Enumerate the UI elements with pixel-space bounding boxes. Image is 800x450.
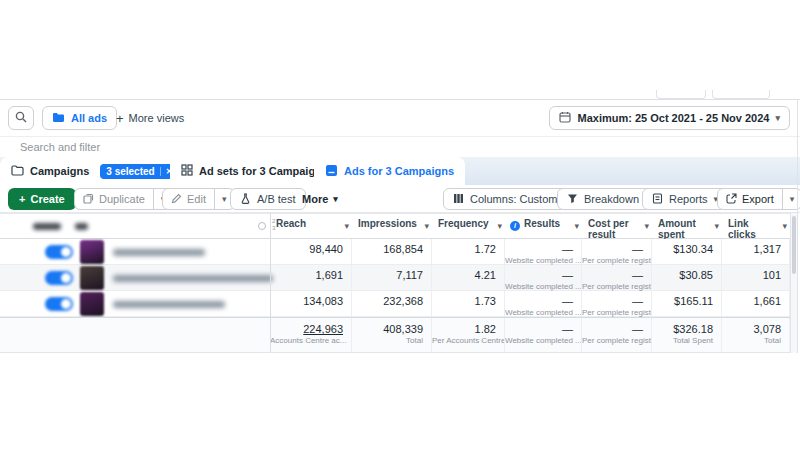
ad-sets-grid-icon [181,164,193,178]
cell-value: $165.11 [652,291,721,307]
totals-value: — [582,318,651,335]
table-row[interactable]: 1,6917,1174.21—Website completed ...—Per… [0,265,791,291]
cell-spent: $130.34 [652,239,722,264]
totals-value[interactable]: 224,963 [270,318,351,335]
search-filter-input[interactable] [20,137,520,157]
column-header-impressions[interactable]: Impressions▾ [352,214,432,240]
info-icon: i [510,221,520,231]
cutoff-ui-fragment [712,90,770,99]
ab-test-button[interactable]: A/B test [230,188,306,210]
column-header-results[interactable]: iResults▾ [505,214,582,240]
cell-value: 1,691 [270,265,351,281]
reports-document-icon [652,193,663,206]
cell-reach: 134,083 [270,291,352,316]
cell-frequency: 1.73 [432,291,505,316]
cell-sublabel: Per complete registr... [582,281,651,291]
totals-value: 1.82 [432,318,504,335]
cell-value: — [505,265,581,281]
date-range-label: Maximum: 25 Oct 2021 - 25 Nov 2024 [577,112,769,124]
column-header-clicks[interactable]: Link clicks▾ [722,214,790,240]
export-button[interactable]: Export [718,189,782,209]
table-row[interactable]: 98,440168,8541.72—Website completed ...—… [0,239,791,265]
cell-cost: —Per complete registr... [582,265,652,290]
ad-thumbnail [80,292,104,316]
chevron-down-icon: ▾ [775,114,780,123]
sort-caret-icon: ▾ [574,221,579,231]
campaigns-folder-icon [11,165,24,178]
cell-value: 7,117 [352,265,431,281]
create-button[interactable]: + Create [8,188,76,210]
cell-value: 1.72 [432,239,504,255]
chevron-down-icon: ▾ [222,195,227,204]
blurred-column-header [33,223,61,230]
cell-value: 4.21 [432,265,504,281]
ad-active-toggle[interactable] [45,245,73,259]
more-views-button[interactable]: + More views [116,106,184,130]
tab-campaigns[interactable]: Campaigns 3 selected ✕ [0,157,189,185]
ad-thumbnail [80,266,104,290]
cell-reach: 98,440 [270,239,352,264]
cell-value: — [582,265,651,281]
totals-sublabel: Total [352,335,431,345]
cell-spent: $30.85 [652,265,722,290]
actions-toolbar: + Create Duplicate ▾ Edit ▾ [0,185,800,213]
column-header-frequency[interactable]: Frequency▾ [432,214,505,240]
more-button[interactable]: More ▾ [302,188,338,210]
totals-cell-results: —Website completed ... [505,318,582,352]
sort-caret-icon: ▾ [714,221,719,231]
breakdown-label: Breakdown [584,193,639,205]
totals-cell-reach: 224,963Accounts Centre ac... [270,318,352,352]
all-ads-button[interactable]: All ads [42,106,117,130]
export-label: Export [742,193,774,205]
column-header-cost[interactable]: Cost per result▾ [582,214,652,240]
sort-caret-icon: ▾ [782,221,787,231]
tab-ads[interactable]: Ads for 3 Campaigns [314,157,465,185]
ad-active-toggle[interactable] [45,297,73,311]
pin-column-icon[interactable] [258,222,266,230]
filters-bar: All ads + More views Maximum: 25 Oct 202… [0,99,800,137]
ab-test-label: A/B test [257,193,296,205]
date-range-button[interactable]: Maximum: 25 Oct 2021 - 25 Nov 2024 ▾ [549,106,790,130]
reports-button[interactable]: Reports ▾ [642,188,728,210]
vertical-scrollbar[interactable] [790,213,797,353]
selected-count-badge[interactable]: 3 selected ✕ [100,164,178,179]
totals-value: $326.18 [652,318,721,335]
plus-icon: + [116,111,124,126]
edit-button[interactable]: Edit [163,189,214,209]
totals-row: 224,963Accounts Centre ac...408,339Total… [0,317,791,353]
more-label: More [302,193,328,205]
columns-label: Columns: Custom [470,193,557,205]
table-header-row: 23 Reach▾Impressions▾Frequency▾iResults▾… [0,213,791,239]
cell-spent: $165.11 [652,291,722,316]
cell-impressions: 7,117 [352,265,432,290]
export-icon [726,193,737,206]
cell-value: — [582,239,651,255]
table-row[interactable]: 134,083232,3681.73—Website completed ...… [0,291,791,317]
duplicate-button[interactable]: Duplicate [75,189,153,209]
totals-sublabel: Website completed ... [505,335,581,345]
search-button[interactable] [8,106,34,130]
cell-value: — [582,291,651,307]
column-header-reach[interactable]: Reach▾ [270,214,352,240]
totals-cell-impressions: 408,339Total [352,318,432,352]
cell-value: 134,083 [270,291,351,307]
sort-caret-icon: ▾ [497,221,502,231]
blurred-column-header [75,223,88,230]
cutoff-ui-fragment [656,90,706,99]
scrollbar-thumb[interactable] [792,216,796,274]
totals-sublabel: Per complete registr... [582,335,651,345]
cell-results: —Website completed ... [505,291,582,316]
cell-sublabel: Per complete registr... [582,255,651,265]
totals-cell-spent: $326.18Total Spent [652,318,722,352]
ad-active-toggle[interactable] [45,271,73,285]
search-icon [15,111,27,125]
tab-ad-sets-label: Ad sets for 3 Campaigns [199,165,328,177]
cell-sublabel: Per complete registr... [582,307,651,317]
column-header-spent[interactable]: Amount spent▾ [652,214,722,240]
totals-cell-cost: —Per complete registr... [582,318,652,352]
plus-icon: + [19,193,25,205]
cell-value: $30.85 [652,265,721,281]
all-ads-label: All ads [71,112,107,124]
cell-clicks: 1,661 [722,291,790,316]
edit-label: Edit [187,193,206,205]
